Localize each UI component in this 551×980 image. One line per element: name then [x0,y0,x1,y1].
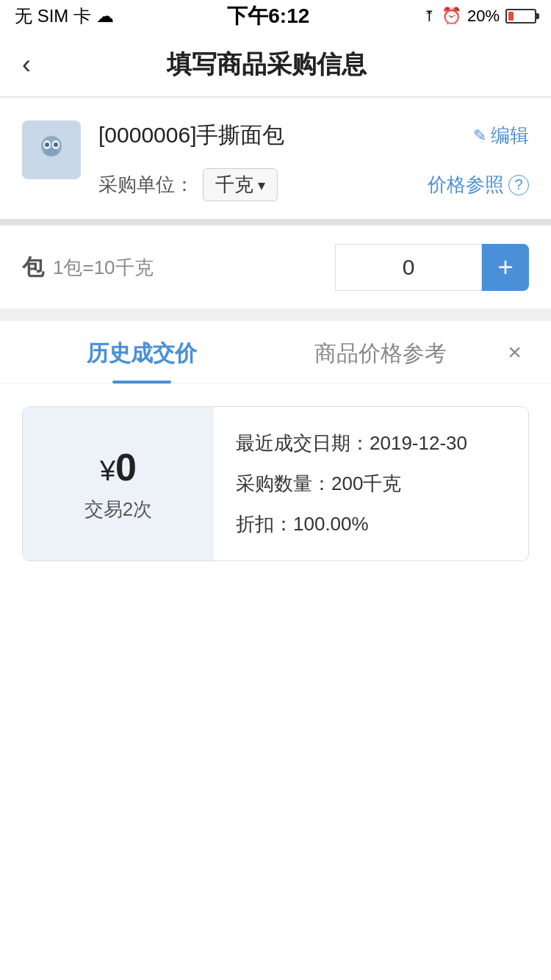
discount-value: 100.00% [293,513,369,535]
svg-point-5 [44,148,59,156]
edit-label: 编辑 [491,123,529,148]
dropdown-arrow-icon: ▾ [258,176,265,194]
quantity-conversion-label: 1包=10千克 [53,255,154,281]
product-thumbnail [22,120,81,179]
quantity-unit-badge: 包 [22,253,44,283]
purchase-row: 采购单位： 千克 ▾ 价格参照 ? [98,168,529,201]
trade-count-label: 交易2次 [84,497,152,522]
status-left: 无 SIM 卡 ☁ [15,4,114,28]
page-title: 填写商品采购信息 [46,48,488,82]
tab-product-price-ref[interactable]: 商品价格参考 [262,321,501,383]
card-price-summary: ¥0 交易2次 [23,407,214,561]
quantity-value: 0 [403,255,415,280]
location-icon: ⤒ [423,7,436,25]
back-button[interactable]: ‹ [22,49,31,80]
quantity-label-area: 包 1包=10千克 [22,253,154,283]
product-section: [0000006]手撕面包 ✎ 编辑 采购单位： 千克 ▾ 价格参照 ? [0,98,551,219]
svg-point-4 [54,143,58,147]
purchase-unit: 采购单位： 千克 ▾ [98,168,278,201]
yen-symbol: ¥ [100,455,115,486]
unit-select-dropdown[interactable]: 千克 ▾ [203,168,278,201]
discount-row: 折扣：100.00% [236,510,506,538]
sim-signal-text: 无 SIM 卡 ☁ [15,4,114,28]
tabs-section: 历史成交价 商品价格参考 × ¥0 交易2次 最近成交日期：2019-12-30… [0,321,551,583]
tab-history-label: 历史成交价 [87,341,197,365]
history-price-card: ¥0 交易2次 最近成交日期：2019-12-30 采购数量：200千克 折扣：… [22,406,529,561]
history-price-amount: ¥0 [100,445,137,489]
tab-price-ref-label: 商品价格参考 [314,341,447,365]
product-title: 手撕面包 [196,123,284,147]
bottom-white-space [0,583,551,980]
edit-button[interactable]: ✎ 编辑 [473,123,529,148]
product-info: [0000006]手撕面包 ✎ 编辑 采购单位： 千克 ▾ 价格参照 ? [98,120,529,201]
recent-date-row: 最近成交日期：2019-12-30 [236,429,506,458]
battery-icon [505,9,536,24]
tab-close-button[interactable]: × [500,339,529,366]
product-id: [0000006] [98,123,196,147]
section-divider [0,219,551,225]
alarm-icon: ⏰ [442,7,461,26]
product-thumb-icon [33,131,70,168]
tab-history-price[interactable]: 历史成交价 [22,321,262,383]
quantity-control: 0 + [335,244,529,291]
plus-icon: + [497,252,513,283]
recent-date-label: 最近成交日期： [236,432,370,454]
battery-percent: 20% [467,7,500,26]
status-time: 下午6:12 [227,2,309,30]
product-name: [0000006]手撕面包 [98,120,284,151]
quantity-section: 包 1包=10千克 0 + [0,226,551,309]
price-ref-label: 价格参照 [428,172,504,198]
tab-content: ¥0 交易2次 最近成交日期：2019-12-30 采购数量：200千克 折扣：… [0,384,551,583]
tabs-header: 历史成交价 商品价格参考 × [0,321,551,384]
product-row: [0000006]手撕面包 ✎ 编辑 采购单位： 千克 ▾ 价格参照 ? [22,120,529,201]
help-icon: ? [508,175,529,195]
product-name-row: [0000006]手撕面包 ✎ 编辑 [98,120,529,151]
status-right: ⤒ ⏰ 20% [423,7,536,26]
page-header: ‹ 填写商品采购信息 [0,32,551,97]
purchase-qty-value: 200千克 [331,472,401,494]
purchase-qty-row: 采购数量：200千克 [236,469,506,498]
recent-date-value: 2019-12-30 [370,432,467,454]
purchase-qty-label: 采购数量： [236,472,331,494]
price-number: 0 [115,446,137,489]
quantity-plus-button[interactable]: + [482,244,529,291]
discount-label: 折扣： [236,513,293,535]
price-reference-button[interactable]: 价格参照 ? [428,172,529,198]
unit-value: 千克 [215,172,253,198]
status-bar: 无 SIM 卡 ☁ 下午6:12 ⤒ ⏰ 20% [0,0,551,32]
purchase-unit-label: 采购单位： [98,172,194,198]
edit-icon: ✎ [473,126,486,145]
svg-point-3 [45,143,49,147]
card-details: 最近成交日期：2019-12-30 采购数量：200千克 折扣：100.00% [214,407,528,561]
quantity-input[interactable]: 0 [335,244,482,291]
